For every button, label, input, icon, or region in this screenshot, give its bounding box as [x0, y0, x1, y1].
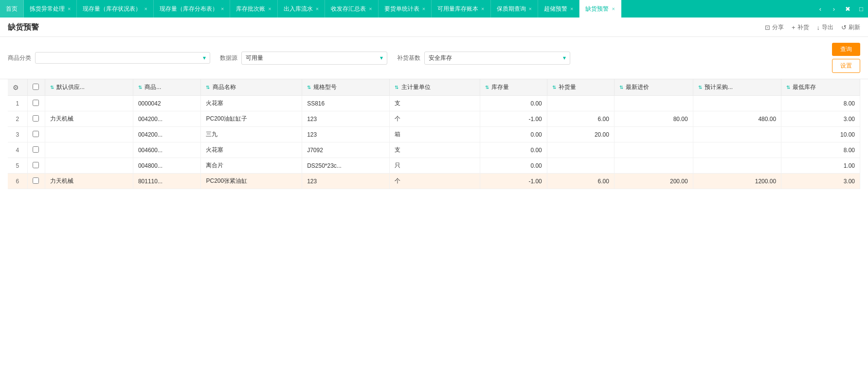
export-button[interactable]: ↓ 导出	[817, 23, 834, 32]
tab-close-1[interactable]: ×	[68, 6, 71, 12]
row-checkbox-4[interactable]	[33, 162, 39, 168]
col-latest-price: ⇅ 最新进价	[614, 79, 693, 96]
spec-cell-5: 123	[302, 174, 390, 189]
goods-code-cell-1: 004200...	[133, 111, 201, 127]
row-checkbox-5[interactable]	[33, 177, 39, 184]
row-num-5: 6	[8, 174, 27, 189]
tab-close-7[interactable]: ×	[422, 6, 425, 12]
goods-name-cell-3: 火花塞	[201, 142, 302, 158]
col-replenish: ⇅ 补货量	[547, 79, 614, 96]
filter-bar: 商品分类 ▾ 数据源 可用量 ▾ 补货基数 安全库存 ▾ 查询 设置	[0, 37, 868, 79]
goods-code-cell-5: 801110...	[133, 174, 201, 189]
filter-group-replenish: 补货基数 安全库存 ▾	[397, 52, 570, 65]
col-spec-label: 规格型号	[313, 84, 337, 90]
row-checkbox-3[interactable]	[33, 146, 39, 153]
goods-code-sort-icon: ⇅	[138, 85, 142, 90]
latest-price-cell-4	[614, 158, 693, 174]
replenish-value: 安全库存	[429, 54, 452, 62]
tab-item-10[interactable]: 超储预警×	[538, 0, 579, 18]
row-checkbox-2[interactable]	[33, 131, 39, 137]
min-stock-cell-3: 8.00	[781, 142, 860, 158]
min-stock-cell-5: 3.00	[781, 174, 860, 189]
col-check	[27, 79, 45, 96]
tab-close-10[interactable]: ×	[570, 6, 573, 12]
category-label: 商品分类	[8, 54, 31, 62]
spec-cell-2: 123	[302, 127, 390, 142]
table-container: ⚙ ⇅ 默认供应... ⇅ 商品... ⇅ 商品名称	[0, 79, 868, 189]
tab-item-3[interactable]: 现存量（库存分布表）×	[154, 0, 230, 18]
tab-close-6[interactable]: ×	[369, 6, 372, 12]
tab-label-0: 首页	[6, 5, 18, 13]
goods-name-cell-2: 三九	[201, 127, 302, 142]
col-min-stock-label: 最低库存	[793, 84, 816, 90]
stock-cell-1: -1.00	[480, 111, 547, 127]
tab-label-2: 现存量（库存状况表）	[83, 5, 141, 13]
row-check-5	[27, 174, 45, 189]
latest-price-cell-0	[614, 96, 693, 111]
col-goods-code-label: 商品...	[145, 84, 161, 90]
tab-item-9[interactable]: 保质期查询×	[491, 0, 538, 18]
filter-actions: 查询 设置	[832, 43, 860, 73]
stock-cell-2: 0.00	[480, 127, 547, 142]
query-button[interactable]: 查询	[832, 43, 860, 56]
latest-price-cell-1: 80.00	[614, 111, 693, 127]
export-label: 导出	[822, 23, 833, 32]
tab-item-4[interactable]: 库存批次账×	[230, 0, 277, 18]
tab-item-6[interactable]: 收发存汇总表×	[325, 0, 378, 18]
col-goods-name: ⇅ 商品名称	[201, 79, 302, 96]
col-stock: ⇅ 库存量	[480, 79, 547, 96]
datasource-select[interactable]: 可用量 ▾	[241, 52, 387, 65]
col-stock-label: 库存量	[491, 84, 509, 90]
unit-cell-1: 个	[390, 111, 480, 127]
tab-maximize[interactable]: □	[854, 0, 868, 18]
tab-item-5[interactable]: 出入库流水×	[278, 0, 325, 18]
stock-cell-3: 0.00	[480, 142, 547, 158]
refresh-button[interactable]: ↺ 刷新	[841, 23, 860, 32]
col-spec: ⇅ 规格型号	[302, 79, 390, 96]
tab-item-7[interactable]: 要货单统计表×	[379, 0, 432, 18]
tab-close-8[interactable]: ×	[481, 6, 484, 12]
tab-close-4[interactable]: ×	[268, 6, 271, 12]
select-all-checkbox[interactable]	[33, 84, 39, 90]
row-check-0	[27, 96, 45, 111]
goods-name-cell-0: 火花塞	[201, 96, 302, 111]
tab-item-0[interactable]: 首页	[0, 0, 24, 18]
unit-cell-4: 只	[390, 158, 480, 174]
setting-button[interactable]: 设置	[832, 59, 860, 73]
unit-sort-icon: ⇅	[395, 85, 398, 90]
table-row: 10000042火花塞SS816支0.008.00	[8, 96, 860, 111]
row-check-2	[27, 127, 45, 142]
tab-nav-prev[interactable]: ‹	[814, 0, 827, 18]
stock-cell-4: 0.00	[480, 158, 547, 174]
refresh-label: 刷新	[849, 23, 860, 32]
supplier-sort-icon: ⇅	[50, 85, 54, 90]
replenish-button[interactable]: + 补货	[792, 23, 809, 32]
row-checkbox-1[interactable]	[33, 115, 39, 122]
tab-close-2[interactable]: ×	[144, 6, 147, 12]
tab-close-5[interactable]: ×	[316, 6, 319, 12]
supplier-cell-1: 力天机械	[45, 111, 133, 127]
tab-item-2[interactable]: 现存量（库存状况表）×	[77, 0, 153, 18]
settings-gear-icon[interactable]: ⚙	[13, 84, 19, 91]
min-stock-cell-4: 1.00	[781, 158, 860, 174]
est-purchase-cell-3	[693, 142, 781, 158]
goods-name-cell-4: 离合片	[201, 158, 302, 174]
supplier-cell-4	[45, 158, 133, 174]
tab-item-1[interactable]: 拣货异常处理×	[24, 0, 77, 18]
tab-close-9[interactable]: ×	[529, 6, 532, 12]
goods-code-cell-4: 004800...	[133, 158, 201, 174]
tab-nav-next[interactable]: ›	[827, 0, 841, 18]
tab-close-all[interactable]: ✖	[841, 0, 854, 18]
row-checkbox-0[interactable]	[33, 100, 39, 106]
tab-close-11[interactable]: ×	[612, 6, 615, 12]
category-select[interactable]: ▾	[35, 52, 210, 64]
tab-item-8[interactable]: 可用量库存账本×	[432, 0, 490, 18]
share-button[interactable]: ⊡ 分享	[765, 23, 784, 32]
est-purchase-cell-2	[693, 127, 781, 142]
tab-item-11[interactable]: 缺货预警×	[579, 0, 621, 18]
replenish-select[interactable]: 安全库存 ▾	[424, 52, 570, 65]
col-est-purchase-label: 预计采购...	[705, 84, 733, 90]
tab-label-9: 保质期查询	[497, 5, 526, 13]
tab-close-3[interactable]: ×	[221, 6, 224, 12]
spec-cell-0: SS816	[302, 96, 390, 111]
